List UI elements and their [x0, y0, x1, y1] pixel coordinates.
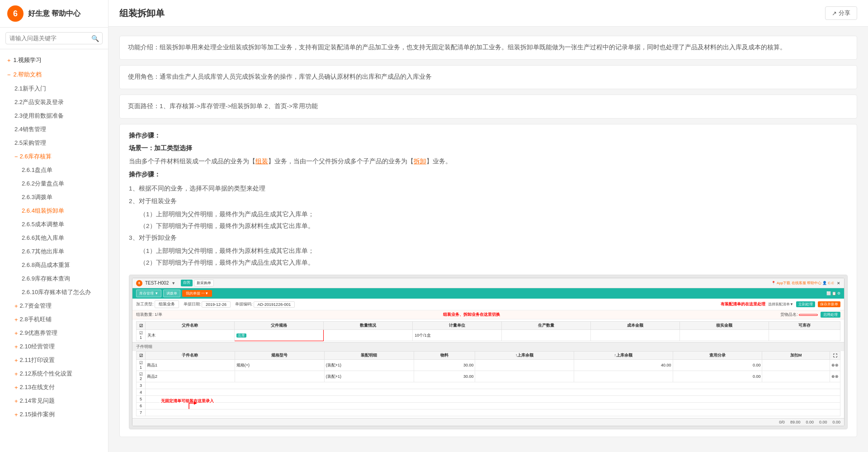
- search-button[interactable]: 🔍: [91, 35, 99, 42]
- plus-icon: +: [7, 57, 11, 64]
- sub-td4-empty: [146, 389, 840, 396]
- form-type-value[interactable]: 组装业务: [155, 300, 179, 308]
- save-order-btn[interactable]: 保存并新单: [818, 301, 840, 307]
- footer-totals: 0/0 89.00 0.00 0.00 0.00: [132, 418, 844, 426]
- sub-td1-assembly: (装配+1): [324, 360, 414, 371]
- app-right-area-icon: ⬜ 📋 ⚙: [826, 291, 840, 295]
- sub-td1-check[interactable]: ☑ 1: [137, 360, 146, 371]
- sub-table-row-6: 6: [137, 403, 840, 409]
- sidebar-item-purchase[interactable]: 2.5采购管理: [0, 136, 108, 150]
- sub-td2-adjust: [762, 371, 830, 382]
- app-close-icon[interactable]: ✕: [837, 281, 840, 285]
- sidebar-item-new[interactable]: 2.1新手入门: [0, 82, 108, 95]
- sidebar-item-cost-calc[interactable]: 2.6.8商品成本重算: [0, 258, 108, 272]
- sidebar-item-cases[interactable]: + 2.15操作案例: [0, 408, 108, 421]
- logo-icon: 6: [7, 5, 24, 22]
- sub-td5-empty: [146, 396, 840, 403]
- plus-icon-mobile: +: [14, 316, 18, 323]
- sidebar-item-coupon[interactable]: + 2.9优惠券管理: [0, 326, 108, 340]
- app-tab-purchase[interactable]: 新采购单: [194, 280, 214, 286]
- step2-2: （2）下部明细为子件明细，最终作为原材料生成其它出库单。: [140, 221, 848, 232]
- sub-table-header-bar: 子件明细: [132, 342, 844, 351]
- toolbar-btn-transfer[interactable]: 调拨单: [163, 290, 180, 297]
- th-verify-amt: 核实金额: [680, 322, 769, 330]
- sidebar-item-online-pay[interactable]: + 2.13在线支付: [0, 381, 108, 394]
- scene1-title: 场景一：加工类型选择: [129, 144, 848, 152]
- sidebar-item-mobile[interactable]: + 2.8手机旺铺: [0, 313, 108, 326]
- sub-td6-empty: [146, 403, 840, 409]
- sidebar-item-cost-adjust[interactable]: 2.6.5成本调整单: [0, 218, 108, 231]
- confirm-btn[interactable]: 立刻处理: [796, 301, 815, 307]
- search-input[interactable]: [5, 32, 103, 44]
- intro-box: 功能介绍：组装拆卸单用来处理企业组装或拆卸等加工业务，支持有固定装配清单的产品加…: [119, 36, 857, 60]
- sub-td2-assembly: (装配+1): [324, 371, 414, 382]
- sidebar-item-out-other[interactable]: 2.6.7其他出库单: [0, 245, 108, 258]
- sidebar-item-system[interactable]: + 2.12系统个性化设置: [0, 367, 108, 381]
- sub-td4-num: 4: [137, 389, 146, 396]
- toolbar-btn-inventory[interactable]: 库存管理 ▼: [136, 290, 161, 297]
- apply-btn[interactable]: 启用处理: [821, 312, 840, 318]
- sub-td1-material: 30.00: [414, 360, 475, 371]
- sidebar-item-stock-error[interactable]: 2.6.10库存账本错了怎么办: [0, 285, 108, 299]
- sidebar-item-split-count[interactable]: 2.6.2分量盘点单: [0, 177, 108, 190]
- footer-val3: 0.00: [819, 420, 827, 424]
- select-assembly-list[interactable]: 选择装配清单▼: [768, 302, 793, 307]
- form-date-value[interactable]: 2019-12-26: [202, 301, 231, 308]
- sidebar-item-faq[interactable]: + 2.14常见问题: [0, 394, 108, 408]
- sidebar-item-data[interactable]: 2.3使用前数据准备: [0, 109, 108, 123]
- td-row1-spec-btn[interactable]: 出库: [236, 333, 246, 338]
- toolbar-btn-my-orders[interactable]: 我的单据 一▼: [182, 290, 212, 297]
- app-tab-zying[interactable]: 自营: [181, 280, 193, 286]
- plus-icon-finance: +: [14, 303, 18, 309]
- sidebar-item-print[interactable]: + 2.11打印设置: [0, 353, 108, 367]
- sub-table-container: ☑ 子件名称 规格型号 装配明细 物料 ↑上库余额 ↑上库余额 查用分录 加扣M: [132, 351, 844, 418]
- sub-td5-num: 5: [137, 396, 146, 403]
- sidebar-item-stock-query[interactable]: 2.6.9库存账本查询: [0, 272, 108, 285]
- sidebar-item-inventory[interactable]: − 2.6库存核算: [0, 150, 108, 163]
- th-check: ☑: [137, 322, 146, 330]
- footer-val1: 89.00: [790, 420, 801, 424]
- form-orderno-value[interactable]: AD-20191226-001: [254, 301, 295, 308]
- th-unit: 计量单位: [413, 322, 502, 330]
- td-row1-verify: [680, 330, 769, 341]
- share-icon: ↗: [832, 10, 837, 17]
- sidebar-item-finance[interactable]: + 2.7资金管理: [0, 299, 108, 313]
- td-row1-check[interactable]: ☑ 1: [137, 330, 146, 341]
- sidebar-item-operations[interactable]: + 2.10经营管理: [0, 340, 108, 353]
- role-box: 使用角色：通常由生产人员或库管人员完成拆装业务的操作，库管人员确认原材料的出库和…: [119, 65, 857, 89]
- footer-val4: 0.00: [832, 420, 840, 424]
- share-button[interactable]: ↗ 分享: [825, 6, 857, 20]
- sidebar-item-assembly[interactable]: 2.6.4组装拆卸单: [0, 204, 108, 218]
- sub-table-row-3: 3: [137, 382, 840, 389]
- sub-th-check: ☑: [137, 352, 146, 360]
- step3-1: （1）上部明细为父件明细，最终作为原材料生成其它出库单；: [140, 246, 848, 257]
- minus-icon: −: [7, 71, 11, 78]
- step3-2: （2）下部明细为子件明细，最终作为产成品生成其它入库单。: [140, 257, 848, 268]
- sidebar-item-sales[interactable]: 2.4销售管理: [0, 123, 108, 136]
- sub-th-spec: 规格型号: [235, 352, 324, 360]
- page-title: 组装拆卸单: [119, 7, 165, 19]
- form-date-field: 单据日期: 2019-12-26: [184, 301, 231, 308]
- sidebar-item-in-other[interactable]: 2.6.6其他入库单: [0, 231, 108, 245]
- goods-name-input[interactable]: [799, 314, 818, 316]
- plus-icon-coupon: +: [14, 330, 18, 337]
- sub-td1-act[interactable]: ⊕⊗: [830, 360, 840, 371]
- td-row1-spec[interactable]: 出库: [235, 330, 324, 341]
- link-assembly: 组装: [255, 158, 268, 165]
- sidebar-item-stock-count[interactable]: 2.6.1盘点单: [0, 163, 108, 177]
- sub-td3-empty: [146, 382, 840, 389]
- sidebar: 6 好生意 帮助中心 🔍 + 1.视频学习 − 2.帮助文档 2.1新手入门 2…: [0, 0, 108, 452]
- sub-td2-name: 商品2: [146, 371, 235, 382]
- form-type-field: 加工类型: 组装业务: [136, 300, 179, 308]
- sidebar-item-install[interactable]: 2.2产品安装及登录: [0, 95, 108, 109]
- sub-td2-act[interactable]: ⊕⊗: [830, 371, 840, 382]
- sidebar-item-docs[interactable]: − 2.帮助文档: [0, 67, 108, 82]
- brand-name: 好生意 帮助中心: [28, 9, 80, 19]
- plus-icon-ops: +: [14, 343, 18, 350]
- sub-qty-label: 组装数量: 1/单: [136, 312, 162, 318]
- sidebar-item-adjust[interactable]: 2.6.3调拨单: [0, 190, 108, 204]
- sub-td2-check[interactable]: ☑ 2: [137, 371, 146, 382]
- sub-table-row-5: 5: [137, 396, 840, 403]
- plus-icon-faq: +: [14, 398, 18, 404]
- sidebar-item-video[interactable]: + 1.视频学习: [0, 53, 108, 67]
